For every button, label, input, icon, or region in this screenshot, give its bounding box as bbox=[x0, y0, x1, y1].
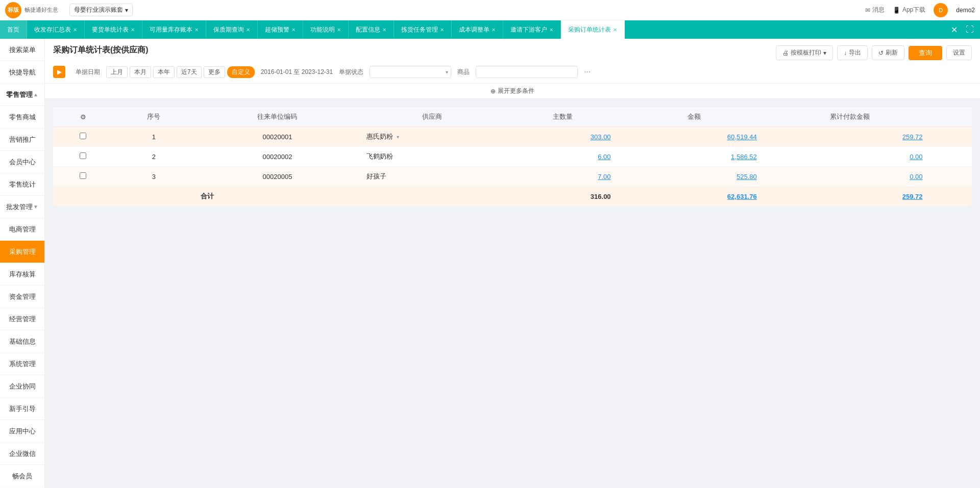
tab-order-stat[interactable]: 要货单统计表 ✕ bbox=[85, 20, 142, 39]
sidebar-item-purchase[interactable]: 采购管理 bbox=[0, 241, 44, 263]
settings-button[interactable]: 设置 bbox=[946, 45, 972, 60]
workspace-selector[interactable]: 母婴行业演示账套 ▾ bbox=[69, 4, 133, 16]
sidebar-item-system[interactable]: 系统管理 bbox=[0, 353, 44, 375]
tab-cost-adj[interactable]: 成本调整单 ✕ bbox=[452, 20, 503, 39]
date-btn-more[interactable]: 更多 bbox=[204, 66, 225, 78]
close-all-tabs-button[interactable]: ✕ bbox=[949, 24, 960, 36]
sidebar-item-retail-stat[interactable]: 零售统计 bbox=[0, 173, 44, 196]
table-row: 3 00020005 好孩子 7.00 525.80 0.00 bbox=[53, 167, 972, 187]
tab-overstock[interactable]: 超储预警 ✕ bbox=[258, 20, 303, 39]
row-paid-2[interactable]: 0.00 bbox=[767, 167, 933, 187]
sidebar-item-search[interactable]: 搜索菜单 bbox=[0, 39, 44, 61]
row-amount-2[interactable]: 525.80 bbox=[621, 167, 767, 187]
tab-overstock-close[interactable]: ✕ bbox=[291, 27, 296, 33]
sidebar-item-wechat[interactable]: 企业微信 bbox=[0, 443, 44, 465]
tab-expiry-label: 保质期查询 bbox=[213, 25, 244, 34]
sidebar-item-app-center[interactable]: 应用中心 bbox=[0, 420, 44, 443]
tab-expiry-close[interactable]: ✕ bbox=[246, 27, 250, 33]
goods-input[interactable] bbox=[476, 66, 578, 78]
row-check-1[interactable] bbox=[53, 147, 113, 167]
sidebar-item-enterprise[interactable]: 企业协同 bbox=[0, 375, 44, 398]
export-label: 导出 bbox=[849, 48, 861, 57]
tab-usable-stock[interactable]: 可用量库存账本 ✕ bbox=[142, 20, 206, 39]
sidebar-item-basic[interactable]: 基础信息 bbox=[0, 330, 44, 353]
print-template-button[interactable]: 🖨 按模板打印 ▾ bbox=[776, 45, 833, 60]
row-checkbox-1[interactable] bbox=[80, 152, 86, 159]
tab-expiry[interactable]: 保质期查询 ✕ bbox=[206, 20, 258, 39]
row-paid-0[interactable]: 259.72 bbox=[767, 127, 933, 147]
tab-invite-close[interactable]: ✕ bbox=[549, 27, 553, 33]
export-icon: ↓ bbox=[844, 49, 847, 57]
row-paid-1[interactable]: 0.00 bbox=[767, 147, 933, 167]
maximize-button[interactable]: ⛶ bbox=[964, 24, 976, 35]
goods-more-icon[interactable]: ··· bbox=[584, 67, 591, 76]
tab-func-desc-close[interactable]: ✕ bbox=[337, 27, 341, 33]
sidebar-item-retail-shop[interactable]: 零售商城 bbox=[0, 106, 44, 129]
tab-cost-adj-close[interactable]: ✕ bbox=[492, 27, 496, 33]
row-checkbox-0[interactable] bbox=[80, 133, 86, 139]
sidebar-item-shortcut-label: 快捷导航 bbox=[9, 68, 36, 77]
tab-purchase-stat[interactable]: 采购订单统计表 ✕ bbox=[561, 20, 625, 39]
tab-invite[interactable]: 邀请下游客户 ✕ bbox=[503, 20, 561, 39]
row-quantity-2[interactable]: 7.00 bbox=[504, 167, 621, 187]
tab-pick-task-close[interactable]: ✕ bbox=[440, 27, 444, 33]
sidebar-item-shortcut[interactable]: 快捷导航 bbox=[0, 61, 44, 84]
export-button[interactable]: ↓ 导出 bbox=[837, 45, 868, 60]
query-button[interactable]: 查询 bbox=[909, 46, 942, 60]
date-btn-this-year[interactable]: 本年 bbox=[153, 66, 175, 78]
sidebar-item-member[interactable]: 会员中心 bbox=[0, 151, 44, 173]
message-button[interactable]: ✉ 消息 bbox=[865, 6, 885, 14]
row-check-2[interactable] bbox=[53, 167, 113, 187]
tab-config-label: 配置信息 bbox=[356, 25, 380, 34]
sidebar-item-marketing[interactable]: 营销推广 bbox=[0, 129, 44, 151]
sidebar: 搜索菜单 快捷导航 零售管理 ▲ 零售商城 营销推广 会员中心 零售统计 批发管… bbox=[0, 39, 45, 488]
tab-income[interactable]: 收发存汇总表 ✕ bbox=[27, 20, 85, 39]
row-checkbox-2[interactable] bbox=[80, 172, 86, 179]
status-select[interactable] bbox=[370, 66, 451, 78]
tab-order-stat-close[interactable]: ✕ bbox=[131, 27, 135, 33]
row-extra-0 bbox=[933, 127, 972, 147]
date-btn-last-month[interactable]: 上月 bbox=[106, 66, 128, 78]
tab-pick-task[interactable]: 拣货任务管理 ✕ bbox=[394, 20, 452, 39]
sidebar-item-wholesale-label: 批发管理 bbox=[6, 202, 33, 212]
tab-purchase-stat-close[interactable]: ✕ bbox=[613, 27, 617, 33]
avatar[interactable]: D bbox=[934, 3, 948, 17]
date-btn-custom[interactable]: 自定义 bbox=[227, 66, 255, 78]
row-amount-1[interactable]: 1,586.52 bbox=[621, 147, 767, 167]
footer-paid[interactable]: 259.72 bbox=[767, 187, 933, 207]
tab-config-close[interactable]: ✕ bbox=[382, 27, 386, 33]
sidebar-item-member2[interactable]: 畅会员 bbox=[0, 465, 44, 487]
tab-config[interactable]: 配置信息 ✕ bbox=[349, 20, 394, 39]
row-quantity-0[interactable]: 303.00 bbox=[504, 127, 621, 147]
refresh-button[interactable]: ↺ 刷新 bbox=[872, 45, 904, 60]
sidebar-item-finance[interactable]: 资金管理 bbox=[0, 286, 44, 308]
date-btn-this-month[interactable]: 本月 bbox=[130, 66, 151, 78]
sidebar-item-retail[interactable]: 零售管理 ▲ bbox=[0, 84, 44, 106]
table-container: ⚙ 序号 往来单位编码 供应商 主数量 金额 累计付款金额 1 bbox=[45, 99, 980, 488]
tab-func-desc[interactable]: 功能说明 ✕ bbox=[303, 20, 349, 39]
app-download-button[interactable]: 📱 App下载 bbox=[893, 6, 925, 14]
settings-icon[interactable]: ⚙ bbox=[80, 113, 86, 121]
row-amount-0[interactable]: 60,519.44 bbox=[621, 127, 767, 147]
tab-income-close[interactable]: ✕ bbox=[73, 27, 77, 33]
date-btn-7days[interactable]: 近7天 bbox=[177, 66, 202, 78]
row-check-0[interactable] bbox=[53, 127, 113, 147]
filter-collapse-button[interactable]: ▶ bbox=[53, 66, 65, 78]
sidebar-item-guide[interactable]: 新手引导 bbox=[0, 398, 44, 420]
sidebar-item-stock-label: 库存核算 bbox=[9, 270, 36, 279]
row-quantity-1[interactable]: 6.00 bbox=[504, 147, 621, 167]
col-settings[interactable]: ⚙ bbox=[53, 107, 113, 127]
nav-tabs-end: ✕ ⛶ bbox=[949, 24, 980, 36]
sidebar-item-stock[interactable]: 库存核算 bbox=[0, 263, 44, 286]
footer-amount[interactable]: 62,631.76 bbox=[621, 187, 767, 207]
tab-usable-stock-label: 可用量库存账本 bbox=[150, 25, 192, 34]
sidebar-item-operation[interactable]: 经营管理 bbox=[0, 308, 44, 330]
tab-func-desc-label: 功能说明 bbox=[310, 25, 335, 34]
sidebar-item-wholesale[interactable]: 批发管理 ▼ bbox=[0, 196, 44, 218]
row-supplier-name-0: 惠氏奶粉 ▾ bbox=[360, 127, 504, 147]
sidebar-item-ecommerce[interactable]: 电商管理 bbox=[0, 218, 44, 241]
tab-usable-stock-close[interactable]: ✕ bbox=[194, 27, 199, 33]
expand-conditions-button[interactable]: ⊕ 展开更多条件 bbox=[491, 87, 534, 95]
tab-home[interactable]: 首页 bbox=[0, 20, 27, 39]
tab-income-label: 收发存汇总表 bbox=[34, 25, 71, 34]
